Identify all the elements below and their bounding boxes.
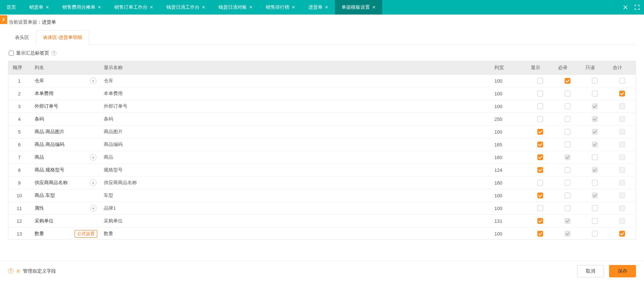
section-tab[interactable]: 表体区-进货单明细 xyxy=(36,30,89,45)
checkbox-sum[interactable] xyxy=(619,91,625,96)
cell-display-name[interactable]: 外部订单号 xyxy=(99,100,490,112)
cell-width[interactable]: 100 xyxy=(490,75,526,87)
checkbox-show[interactable] xyxy=(537,218,543,224)
show-summary-tab-checkbox[interactable] xyxy=(9,51,14,56)
checkbox-req[interactable] xyxy=(565,167,570,173)
cell-display-name[interactable]: 规格型号 xyxy=(99,164,490,176)
top-tab[interactable]: 销售订单工作台✕ xyxy=(108,0,160,15)
top-tab[interactable]: 销货单✕ xyxy=(23,0,56,15)
table-row[interactable]: 12采购单位采购单位131 xyxy=(8,215,636,227)
checkbox-ro[interactable] xyxy=(592,78,598,84)
checkbox-show[interactable] xyxy=(537,154,543,160)
table-row[interactable]: 5商品.商品图片商品图片100 xyxy=(8,126,636,138)
checkbox-req[interactable] xyxy=(565,142,570,147)
cell-width[interactable]: 160 xyxy=(490,177,526,189)
checkbox-show[interactable] xyxy=(537,116,543,122)
checkbox-ro[interactable] xyxy=(592,154,598,160)
cell-display-name[interactable]: 数量 xyxy=(99,227,490,239)
table-row[interactable]: 2本单费用本单费用100 xyxy=(8,87,636,100)
tab-close-icon[interactable]: ✕ xyxy=(292,5,295,10)
tab-close-icon[interactable]: ✕ xyxy=(372,5,376,10)
checkbox-ro[interactable] xyxy=(592,218,598,224)
top-tab[interactable]: 钱货日清对账✕ xyxy=(212,0,259,15)
cell-width[interactable]: 100 xyxy=(490,190,526,201)
checkbox-ro[interactable] xyxy=(592,91,598,96)
close-all-tabs-icon[interactable] xyxy=(622,4,629,11)
help-icon[interactable]: ? xyxy=(51,51,56,56)
cell-display-name[interactable]: 商品 xyxy=(99,151,490,163)
checkbox-req[interactable] xyxy=(565,193,570,198)
sidebar-expand-toggle[interactable] xyxy=(0,15,7,24)
tab-close-icon[interactable]: ✕ xyxy=(249,5,253,10)
checkbox-req[interactable] xyxy=(565,116,570,122)
cell-display-name[interactable]: 商品图片 xyxy=(99,126,490,138)
top-tab[interactable]: 首页 xyxy=(0,0,23,15)
cell-display-name[interactable]: 商品编码 xyxy=(99,138,490,151)
table-row[interactable]: 4条码条码250 xyxy=(8,113,636,126)
add-column-icon[interactable]: + xyxy=(90,205,96,211)
checkbox-ro[interactable] xyxy=(592,180,598,186)
cell-display-name[interactable]: 仓库 xyxy=(99,75,490,87)
tab-close-icon[interactable]: ✕ xyxy=(202,5,205,10)
cell-width[interactable]: 131 xyxy=(490,215,526,227)
cell-width[interactable]: 100 xyxy=(490,228,526,240)
checkbox-sum[interactable] xyxy=(619,231,625,237)
table-row[interactable]: 11属性+品牌1100 xyxy=(8,202,636,215)
table-row[interactable]: 1仓库+仓库100 xyxy=(8,75,636,87)
checkbox-req[interactable] xyxy=(565,103,570,109)
checkbox-show[interactable] xyxy=(537,78,543,84)
cell-width[interactable]: 100 xyxy=(490,203,526,214)
add-column-icon[interactable]: + xyxy=(90,154,96,161)
table-row[interactable]: 9供应商商品名称+供应商商品名称160 xyxy=(8,177,636,189)
cell-display-name[interactable]: 供应商商品名称 xyxy=(99,177,490,189)
top-tab[interactable]: 单据模板设置✕ xyxy=(335,0,382,15)
cell-display-name[interactable]: 采购单位 xyxy=(99,215,490,227)
checkbox-show[interactable] xyxy=(537,180,543,186)
tab-close-icon[interactable]: ✕ xyxy=(150,5,153,10)
table-row[interactable]: 10商品.车型车型100 xyxy=(8,189,636,202)
top-tab[interactable]: 销售排行榜✕ xyxy=(259,0,302,15)
add-column-icon[interactable]: + xyxy=(90,179,96,186)
checkbox-req[interactable] xyxy=(565,180,570,186)
cell-width[interactable]: 124 xyxy=(490,165,526,176)
top-tab[interactable]: 销售费用分摊单✕ xyxy=(56,0,108,15)
table-row[interactable]: 13数量公式设置数量100 xyxy=(8,227,636,239)
cell-display-name[interactable]: 车型 xyxy=(99,189,490,202)
cell-display-name[interactable]: 品牌1 xyxy=(99,202,490,214)
cell-width[interactable]: 250 xyxy=(490,114,526,125)
top-tab[interactable]: 进货单✕ xyxy=(302,0,335,15)
table-row[interactable]: 3外部订单号外部订单号100 xyxy=(8,100,636,113)
checkbox-show[interactable] xyxy=(537,231,543,237)
checkbox-show[interactable] xyxy=(537,142,543,147)
checkbox-show[interactable] xyxy=(537,167,543,173)
tab-close-icon[interactable]: ✕ xyxy=(46,5,49,10)
checkbox-req[interactable] xyxy=(565,78,570,84)
cell-display-name[interactable]: 条码 xyxy=(99,113,490,125)
checkbox-show[interactable] xyxy=(537,129,543,135)
checkbox-req[interactable] xyxy=(565,205,570,211)
cell-width[interactable]: 100 xyxy=(490,126,526,138)
add-column-icon[interactable]: + xyxy=(90,78,96,84)
table-row[interactable]: 8商品.规格型号规格型号124 xyxy=(8,164,636,177)
cell-display-name[interactable]: 本单费用 xyxy=(99,87,490,100)
tab-close-icon[interactable]: ✕ xyxy=(98,5,101,10)
checkbox-show[interactable] xyxy=(537,103,543,109)
cell-width[interactable]: 165 xyxy=(490,139,526,150)
checkbox-show[interactable] xyxy=(537,91,543,96)
cell-width[interactable]: 100 xyxy=(490,101,526,112)
section-tab[interactable]: 表头区 xyxy=(8,30,36,45)
checkbox-req[interactable] xyxy=(565,91,570,96)
checkbox-req[interactable] xyxy=(565,129,570,135)
cancel-button[interactable]: 取消 xyxy=(577,265,604,265)
fullscreen-icon[interactable] xyxy=(634,4,640,11)
cell-width[interactable]: 100 xyxy=(490,88,526,99)
checkbox-ro[interactable] xyxy=(592,205,598,211)
table-row[interactable]: 6商品.商品编码商品编码165 xyxy=(8,138,636,151)
checkbox-show[interactable] xyxy=(537,205,543,211)
checkbox-show[interactable] xyxy=(537,193,543,198)
tab-close-icon[interactable]: ✕ xyxy=(325,5,328,10)
formula-settings-button[interactable]: 公式设置 xyxy=(75,230,97,238)
checkbox-sum[interactable] xyxy=(619,78,625,84)
table-row[interactable]: 7商品+商品160 xyxy=(8,151,636,164)
checkbox-ro[interactable] xyxy=(592,231,598,237)
